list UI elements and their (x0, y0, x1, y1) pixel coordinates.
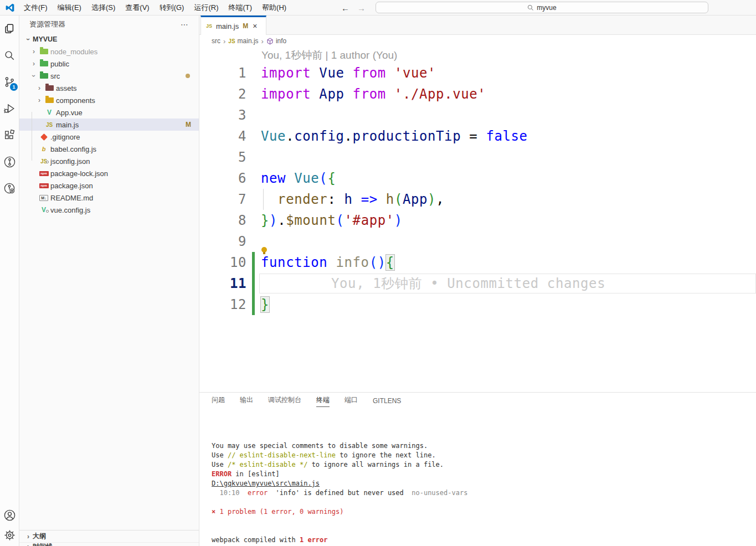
menu-item-e[interactable]: 编辑(E) (53, 0, 86, 15)
settings-gear-icon[interactable] (0, 525, 19, 545)
code-line[interactable]: 2import App from './App.vue' (199, 84, 756, 105)
code-line[interactable]: 3 (199, 105, 756, 126)
code-token: h (344, 192, 353, 207)
code-token: ) (269, 213, 277, 228)
gitlens-inspect-icon[interactable] (0, 175, 19, 202)
gitlens-icon[interactable] (0, 148, 19, 175)
menu-item-f[interactable]: 文件(F) (19, 0, 53, 15)
terminal-line: 10:10 error 'info' is defined but never … (212, 488, 756, 498)
gutter (246, 84, 261, 105)
modified-badge: M (186, 121, 191, 128)
extensions-icon[interactable] (0, 122, 19, 148)
tree-item-jsconfig.json[interactable]: JSjsconfig.json (19, 155, 199, 167)
forward-arrow-icon[interactable]: → (357, 3, 366, 13)
code-line[interactable]: 12} (199, 294, 756, 315)
gutter (246, 147, 261, 168)
breadcrumb-item-src[interactable]: src (212, 37, 220, 45)
tree-item-components[interactable]: ›components (19, 94, 199, 106)
line-number: 10 (199, 255, 246, 270)
code-line[interactable]: 8}).$mount('#app') (199, 210, 756, 231)
source-control-icon[interactable]: 1 (0, 69, 19, 95)
tree-item-package-lock.json[interactable]: npmpackage-lock.json (19, 167, 199, 179)
menu-item-h[interactable]: 帮助(H) (257, 0, 291, 15)
lightbulb-icon[interactable] (261, 247, 267, 253)
tab-main-js[interactable]: JS main.js M × (200, 16, 266, 35)
terminal-line (212, 526, 756, 535)
workspace-root-myvue[interactable]: › MYVUE (19, 33, 199, 45)
chevron-right-icon: › (24, 533, 33, 540)
panel-tab-[interactable]: 问题 (212, 395, 225, 407)
terminal-line: webpack compiled with 1 error (212, 535, 756, 545)
tree-item-README.md[interactable]: M↓README.md (19, 192, 199, 204)
close-icon[interactable]: × (253, 22, 257, 30)
folder-icon (40, 61, 48, 66)
back-arrow-icon[interactable]: ← (341, 3, 349, 13)
chevron-right-icon: › (35, 96, 44, 104)
codelens-annotation[interactable]: You, 1秒钟前 | 1 author (You) (199, 47, 756, 63)
command-center-search[interactable]: myvue (376, 2, 708, 13)
code-token: . (286, 128, 294, 144)
accounts-icon[interactable] (0, 505, 19, 525)
breadcrumb-item-main.js[interactable]: JSmain.js (228, 37, 258, 45)
run-and-debug-icon[interactable] (0, 95, 19, 122)
explorer-sidebar: 资源管理器 ⋯ › MYVUE ›node_modules›public›src… (19, 16, 199, 546)
breadcrumb-item-info[interactable]: info (266, 37, 286, 45)
search-value: myvue (537, 4, 556, 12)
file-label: babel.config.js (50, 145, 96, 153)
line-number: 2 (199, 86, 246, 102)
breadcrumb-separator-icon: › (261, 37, 264, 45)
code-token: { (386, 255, 394, 270)
panel-tab-[interactable]: 端口 (344, 395, 358, 407)
more-actions-icon[interactable]: ⋯ (181, 20, 189, 29)
markdown-file-icon: M↓ (39, 195, 48, 201)
code-line[interactable]: 6new Vue({ (199, 168, 756, 189)
terminal-text: in [eslint] (232, 470, 280, 478)
code-token: function (261, 255, 336, 270)
code-line[interactable]: 4Vue.config.productionTip = false (199, 126, 756, 147)
tree-item-src[interactable]: ›src (19, 70, 199, 82)
panel-tab-[interactable]: 终端 (316, 395, 330, 407)
code-line[interactable]: 10function info(){ (199, 252, 756, 273)
search-icon (527, 4, 534, 11)
code-token: : (327, 192, 344, 207)
tree-item-babel.config.js[interactable]: bbabel.config.js (19, 143, 199, 155)
code-token: Vue (294, 171, 319, 186)
gutter (246, 189, 261, 210)
code-editor[interactable]: You, 1秒钟前 | 1 author (You) 1import Vue f… (199, 47, 756, 392)
tree-item-App.vue[interactable]: VApp.vue (19, 106, 199, 119)
menu-item-t[interactable]: 终端(T) (223, 0, 257, 15)
panel-tab-[interactable]: 输出 (240, 395, 253, 407)
code-token: => (361, 192, 378, 207)
tree-item-node_modules[interactable]: ›node_modules (19, 45, 199, 58)
workspace-label: MYVUE (33, 35, 57, 43)
menu-item-r[interactable]: 运行(R) (189, 0, 223, 15)
panel-tab-[interactable]: 调试控制台 (268, 395, 301, 407)
code-line[interactable]: 1import Vue from 'vue' (199, 63, 756, 84)
code-line[interactable]: 5 (199, 147, 756, 168)
gutter (246, 105, 261, 126)
terminal-text: webpack compiled with (212, 536, 300, 544)
outline-section[interactable]: › 大纲 (19, 530, 199, 542)
tree-item-main.js[interactable]: JSmain.jsM (19, 119, 199, 131)
code-token: false (486, 128, 527, 144)
code-line[interactable]: 9 (199, 231, 756, 252)
menu-item-g[interactable]: 转到(G) (155, 0, 189, 15)
tree-item-assets[interactable]: ›assets (19, 82, 199, 94)
tree-item-package.json[interactable]: npmpackage.json (19, 179, 199, 192)
menu-item-v[interactable]: 查看(V) (120, 0, 154, 15)
vue-config-file-icon: V (42, 206, 46, 214)
explorer-icon[interactable] (0, 16, 19, 42)
panel-tab-gitlens[interactable]: GITLENS (373, 397, 401, 407)
activity-bar: 1 (0, 16, 19, 546)
timeline-section[interactable]: › 时间线 (19, 542, 199, 546)
search-view-icon[interactable] (0, 42, 19, 69)
terminal-output[interactable]: You may use special comments to disable … (199, 410, 756, 546)
tree-item-vue.config.js[interactable]: Vvue.config.js (19, 204, 199, 216)
file-label: App.vue (56, 109, 83, 117)
code-line[interactable]: 11You, 1秒钟前 • Uncommitted changes (199, 273, 756, 294)
code-text: function info(){ (261, 255, 394, 270)
tree-item-.gitignore[interactable]: .gitignore (19, 131, 199, 143)
tree-item-public[interactable]: ›public (19, 58, 199, 70)
menu-item-s[interactable]: 选择(S) (86, 0, 120, 15)
code-line[interactable]: 7 render: h => h(App), (199, 189, 756, 210)
